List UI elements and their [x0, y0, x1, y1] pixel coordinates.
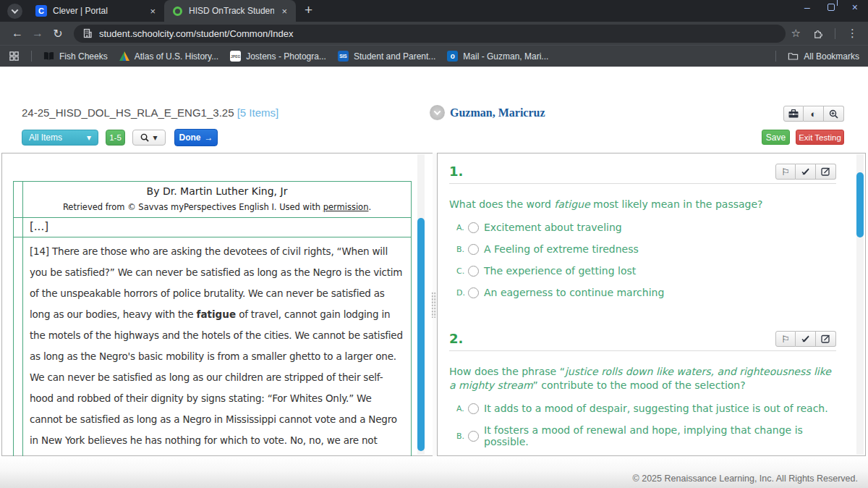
- tab-clever-portal[interactable]: C Clever | Portal ×: [28, 0, 164, 22]
- forward-button[interactable]: →: [27, 27, 48, 40]
- edit-note-icon: [821, 335, 830, 343]
- item-range-button[interactable]: 1-5: [106, 130, 125, 146]
- search-dropdown[interactable]: ▾: [132, 130, 166, 146]
- passage-scrollbar-track: [417, 154, 425, 455]
- flag-icon: ⚐: [781, 167, 790, 177]
- toolbox-button[interactable]: [783, 106, 804, 122]
- option-d[interactable]: D. An eagerness to continue marching: [456, 287, 836, 298]
- testing-page: 24-25_HISD_DOL_HS_RLA_E_ENG1_3.25 [5 Ite…: [0, 67, 868, 488]
- radio-button[interactable]: [468, 266, 479, 277]
- radio-button[interactable]: [468, 244, 479, 255]
- briefcase-icon: [788, 109, 799, 118]
- back-button[interactable]: ←: [7, 27, 27, 40]
- bookmark-label: Fish Cheeks: [59, 51, 108, 62]
- radio-button[interactable]: [468, 403, 479, 414]
- magnifier-plus-icon: [829, 109, 838, 119]
- flag-button[interactable]: ⚐: [775, 164, 796, 180]
- question-prompt: How does the phrase “justice rolls down …: [449, 365, 836, 392]
- all-items-dropdown[interactable]: All Items ▾: [22, 130, 98, 146]
- passage-scrollbar-thumb[interactable]: [417, 218, 425, 451]
- browser-menu-icon[interactable]: ⋮: [847, 27, 858, 40]
- tab-title: Clever | Portal: [53, 6, 142, 16]
- tab-search-button[interactable]: [7, 4, 22, 19]
- table-row: [...]: [14, 218, 412, 237]
- address-toolbar: ← → ↻ student.schoolcity.com/student/Com…: [0, 22, 868, 45]
- passage-paragraph: [14] There are those who are asking the …: [23, 237, 412, 488]
- questions-scrollbar-thumb[interactable]: [856, 172, 864, 237]
- bookmark-label: Student and Parent...: [354, 51, 435, 62]
- option-b[interactable]: B. A Feeling of extreme tiredness: [456, 243, 836, 255]
- option-a[interactable]: A. It adds to a mood of despair, suggest…: [456, 403, 836, 414]
- option-letter: B.: [456, 432, 468, 441]
- line-number-cell: [14, 218, 23, 237]
- tab-strip: C Clever | Portal × HISD OnTrack Student…: [0, 0, 868, 22]
- questions-scrollbar-track: [856, 154, 864, 455]
- zoom-button[interactable]: [824, 106, 844, 122]
- notepad-button[interactable]: [816, 164, 836, 180]
- reload-button[interactable]: ↻: [48, 27, 68, 41]
- option-a[interactable]: A. Excitement about traveling: [456, 222, 836, 233]
- exit-testing-button[interactable]: Exit Testing: [796, 130, 844, 145]
- permission-link[interactable]: permission: [323, 202, 369, 212]
- caret-down-icon: ▾: [153, 132, 157, 143]
- bookmark-sis[interactable]: SIS Student and Parent...: [338, 51, 435, 62]
- save-button[interactable]: Save: [762, 130, 790, 145]
- extensions-icon[interactable]: [812, 28, 823, 39]
- notepad-button[interactable]: [816, 331, 836, 347]
- restore-button[interactable]: [827, 4, 835, 11]
- atlas-triangle-icon: [119, 51, 129, 61]
- radio-button[interactable]: [468, 222, 479, 233]
- answer-options: A. Excitement about traveling B. A Feeli…: [449, 222, 836, 298]
- radio-button[interactable]: [468, 287, 479, 298]
- close-tab-icon[interactable]: ×: [280, 5, 289, 17]
- all-bookmarks-button[interactable]: All Bookmarks: [788, 51, 859, 62]
- ontrack-favicon: [171, 5, 183, 17]
- item-controls: All Items ▾ 1-5 ▾ Done →: [22, 129, 218, 146]
- test-name: 24-25_HISD_DOL_HS_RLA_E_ENG1_3.25: [22, 106, 234, 119]
- bookmark-atlas[interactable]: Atlas of U.S. History...: [119, 51, 218, 62]
- range-label: 1-5: [109, 133, 122, 142]
- bookmark-jostens[interactable]: JPEG Jostens - Photogra...: [230, 51, 326, 62]
- question-number: 1.: [449, 164, 463, 179]
- exit-label: Exit Testing: [799, 133, 841, 142]
- close-window-button[interactable]: ×: [852, 2, 858, 12]
- save-label: Save: [766, 132, 786, 143]
- radio-button[interactable]: [468, 431, 479, 442]
- bookmark-fish-cheeks[interactable]: Fish Cheeks: [43, 51, 108, 62]
- prompt-italic: fatigue: [554, 198, 590, 210]
- prompt-text: What does the word: [449, 198, 554, 210]
- new-tab-button[interactable]: +: [305, 2, 312, 18]
- bookmark-star-icon[interactable]: ☆: [791, 27, 801, 40]
- divider: [449, 183, 836, 184]
- minimize-button[interactable]: –: [804, 2, 810, 12]
- option-c[interactable]: C. The experience of getting lost: [456, 265, 836, 277]
- option-text: A Feeling of extreme tiredness: [484, 243, 639, 255]
- eliminate-answer-button[interactable]: [796, 331, 816, 347]
- address-bar[interactable]: student.schoolcity.com/student/Common/In…: [74, 25, 786, 43]
- done-button[interactable]: Done →: [174, 129, 218, 146]
- flag-button[interactable]: ⚐: [775, 331, 796, 347]
- clever-favicon: C: [35, 5, 47, 17]
- passage-table: By Dr. Martin Luther King, Jr Retrieved …: [13, 181, 412, 488]
- divider: [31, 51, 32, 62]
- sis-icon: SIS: [338, 51, 349, 62]
- eliminate-answer-button[interactable]: [796, 164, 816, 180]
- test-tools-group: ◐: [783, 106, 844, 122]
- option-text: An eagerness to continue marching: [484, 287, 664, 298]
- line-number-cell: [14, 237, 23, 488]
- all-bookmarks-label: All Bookmarks: [804, 51, 859, 62]
- contrast-button[interactable]: ◐: [804, 106, 824, 122]
- option-b[interactable]: B. It fosters a mood of renewal and hope…: [456, 424, 836, 447]
- close-tab-icon[interactable]: ×: [148, 5, 157, 17]
- apps-grid-icon[interactable]: [9, 51, 20, 62]
- prompt-text: ” contribute to the mood of the selectio…: [533, 379, 746, 391]
- option-letter: A.: [456, 404, 468, 413]
- collapse-toggle[interactable]: [430, 105, 445, 120]
- arrow-right-icon: →: [205, 132, 213, 143]
- page-footer: © 2025 Renaissance Learning, Inc. All Ri…: [0, 456, 868, 488]
- option-letter: B.: [456, 245, 468, 254]
- tab-hisd-ontrack[interactable]: HISD OnTrack Student | Renais ×: [164, 0, 296, 22]
- question-header: 1. ⚐: [449, 164, 836, 180]
- bookmark-mail[interactable]: o Mail - Guzman, Mari...: [447, 51, 548, 62]
- question-2: 2. ⚐: [438, 308, 865, 481]
